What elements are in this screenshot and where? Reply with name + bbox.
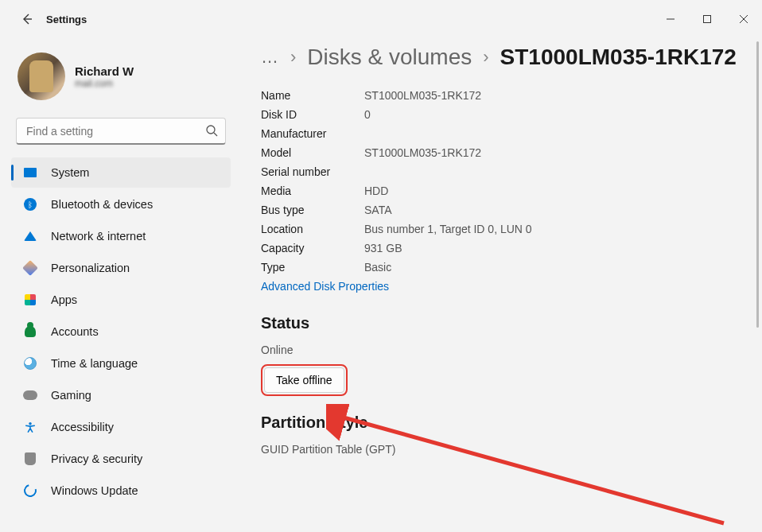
- apps-icon: [22, 292, 38, 308]
- time-language-icon: [22, 355, 38, 371]
- nav-item-bluetooth[interactable]: ᛒ Bluetooth & devices: [11, 189, 231, 219]
- network-icon: [22, 228, 38, 244]
- advanced-disk-properties-link[interactable]: Advanced Disk Properties: [261, 280, 389, 293]
- prop-value-diskid: 0: [364, 108, 371, 121]
- prop-value-model: ST1000LM035-1RK172: [364, 146, 481, 159]
- user-email: mail.com: [75, 78, 134, 89]
- prop-value-bustype: SATA: [364, 204, 392, 216]
- back-arrow-icon: [21, 13, 33, 25]
- system-icon: [22, 165, 38, 181]
- annotation-highlight: Take offline: [261, 364, 348, 396]
- nav-item-apps[interactable]: Apps: [11, 285, 231, 315]
- gaming-icon: [22, 387, 38, 403]
- prop-value-media: HDD: [364, 184, 388, 197]
- accounts-icon: [22, 324, 38, 340]
- search-input[interactable]: [16, 118, 226, 145]
- sidebar: Richard W mail.com System ᛒ Bluetooth & …: [0, 38, 239, 532]
- nav-label: Privacy & security: [51, 452, 223, 465]
- nav-label: Gaming: [51, 389, 223, 402]
- svg-point-4: [207, 126, 215, 134]
- nav-item-system[interactable]: System: [11, 157, 231, 188]
- chevron-right-icon: ›: [290, 47, 296, 68]
- minimize-button[interactable]: [652, 6, 689, 32]
- nav-item-accessibility[interactable]: Accessibility: [11, 412, 231, 442]
- chevron-right-icon: ›: [483, 47, 488, 68]
- prop-label-media: Media: [261, 184, 364, 197]
- nav-label: Bluetooth & devices: [51, 198, 223, 211]
- prop-value-capacity: 931 GB: [364, 242, 402, 254]
- breadcrumb-current: ST1000LM035-1RK172: [500, 45, 737, 70]
- breadcrumb: … › Disks & volumes › ST1000LM035-1RK172: [261, 45, 743, 70]
- nav-item-accounts[interactable]: Accounts: [11, 316, 231, 347]
- prop-label-manufacturer: Manufacturer: [261, 127, 364, 140]
- nav-label: Accounts: [51, 325, 223, 338]
- prop-label-bustype: Bus type: [261, 204, 364, 216]
- nav-label: Apps: [51, 293, 223, 306]
- nav-list: System ᛒ Bluetooth & devices Network & i…: [11, 157, 231, 506]
- prop-value-location: Bus number 1, Target ID 0, LUN 0: [364, 223, 532, 235]
- close-icon: [739, 14, 748, 24]
- breadcrumb-parent[interactable]: Disks & volumes: [307, 45, 472, 70]
- nav-label: Personalization: [51, 262, 223, 274]
- nav-item-time-language[interactable]: Time & language: [11, 348, 231, 379]
- content: … › Disks & volumes › ST1000LM035-1RK172…: [239, 38, 762, 532]
- accessibility-icon: [22, 419, 38, 435]
- take-offline-button[interactable]: Take offline: [264, 367, 344, 393]
- nav-item-network[interactable]: Network & internet: [11, 221, 231, 251]
- prop-value-type: Basic: [364, 261, 391, 274]
- titlebar: Settings: [0, 0, 762, 38]
- prop-label-location: Location: [261, 223, 364, 235]
- prop-label-type: Type: [261, 261, 364, 274]
- maximize-button[interactable]: [689, 6, 725, 32]
- close-button[interactable]: [725, 6, 762, 32]
- prop-label-serial: Serial number: [261, 165, 364, 178]
- bluetooth-icon: ᛒ: [22, 196, 38, 212]
- back-button[interactable]: [14, 6, 40, 32]
- search-icon: [205, 124, 218, 140]
- user-name: Richard W: [75, 64, 134, 78]
- scrollbar[interactable]: [756, 41, 759, 328]
- breadcrumb-more[interactable]: …: [261, 47, 279, 68]
- minimize-icon: [666, 14, 675, 24]
- status-heading: Status: [261, 314, 743, 332]
- nav-label: Time & language: [51, 357, 223, 370]
- prop-value-name: ST1000LM035-1RK172: [364, 89, 481, 102]
- partition-style-value: GUID Partition Table (GPT): [261, 443, 743, 456]
- nav-label: System: [51, 166, 223, 179]
- svg-rect-1: [704, 16, 711, 23]
- svg-point-6: [29, 422, 32, 425]
- personalization-icon: [22, 260, 38, 276]
- prop-label-diskid: Disk ID: [261, 108, 364, 121]
- nav-label: Accessibility: [51, 421, 223, 433]
- prop-label-model: Model: [261, 146, 364, 159]
- nav-label: Windows Update: [51, 484, 223, 497]
- update-icon: [22, 483, 38, 499]
- user-profile[interactable]: Richard W mail.com: [11, 46, 231, 113]
- nav-item-personalization[interactable]: Personalization: [11, 253, 231, 283]
- status-value: Online: [261, 344, 743, 356]
- partition-style-heading: Partition Style: [261, 414, 743, 432]
- nav-item-privacy[interactable]: Privacy & security: [11, 444, 231, 474]
- prop-label-name: Name: [261, 89, 364, 102]
- property-table: NameST1000LM035-1RK172 Disk ID0 Manufact…: [261, 86, 743, 293]
- window-controls: [652, 6, 762, 32]
- window-title: Settings: [46, 14, 87, 25]
- nav-item-windows-update[interactable]: Windows Update: [11, 476, 231, 506]
- maximize-icon: [702, 14, 712, 24]
- nav-item-gaming[interactable]: Gaming: [11, 380, 231, 410]
- prop-label-capacity: Capacity: [261, 242, 364, 254]
- avatar: [17, 52, 65, 100]
- svg-line-5: [214, 133, 217, 136]
- svg-line-7: [338, 416, 724, 523]
- privacy-icon: [22, 451, 38, 467]
- nav-label: Network & internet: [51, 230, 223, 243]
- search-box: [16, 118, 226, 145]
